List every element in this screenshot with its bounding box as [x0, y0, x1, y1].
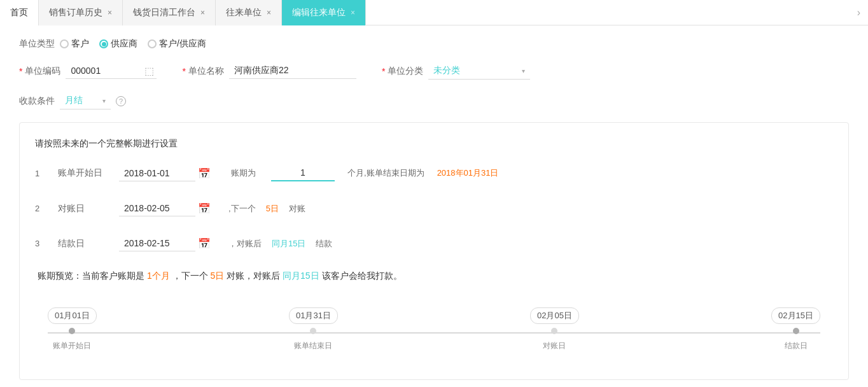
unit-code-field-wrapper: ⬚ [66, 63, 157, 79]
chevron-down-icon: ▾ [522, 67, 525, 74]
node-label-3: 结款日 [785, 341, 808, 351]
period-unit-text: 个月,账单结束日期为 [347, 167, 424, 179]
payment-date-group: 📅 [119, 236, 213, 251]
timeline-node-0: 01月01日 账单开始日 [48, 307, 97, 351]
tab-edit-counterparty[interactable]: 编辑往来单位 × [282, 0, 366, 25]
timeline-node-2: 02月05日 对账日 [530, 307, 579, 351]
unit-name-group: * 单位名称 [182, 63, 356, 79]
node-badge-1: 01月31日 [289, 307, 338, 324]
row-number-2: 2 [35, 204, 48, 213]
radio-both[interactable]: 客户/供应商 [148, 38, 206, 50]
unit-name-input[interactable] [229, 63, 356, 79]
chevron-down-icon-terms: ▾ [102, 97, 106, 104]
node-label-0: 账单开始日 [53, 341, 91, 351]
unit-category-value: 未分类 [433, 65, 517, 76]
payment-terms-value: 月结 [65, 95, 97, 106]
timeline: 01月01日 账单开始日 01月31日 账单结束日 02月05日 [35, 301, 833, 364]
period-end-date: 2018年01月31日 [437, 167, 499, 179]
required-star: * [19, 66, 22, 76]
radio-circle-supplier [99, 39, 108, 48]
period-value-input[interactable] [271, 165, 335, 181]
close-icon[interactable]: × [108, 8, 112, 17]
settings-card: 请按照未来的一个完整帐期进行设置 1 账单开始日 📅 账期为 个月,账单结束日期… [19, 122, 849, 380]
preview-highlight1: 1个月 [147, 271, 170, 281]
radio-circle-customer [60, 39, 69, 48]
close-icon[interactable]: × [351, 8, 355, 17]
node-dot-0 [69, 328, 75, 334]
unit-type-row: 单位类型 客户 供应商 客户/供应商 [19, 38, 849, 50]
preview-highlight3: 同月15日 [283, 271, 319, 281]
fields-row: * 单位编码 ⬚ * 单位名称 * 单位分类 未分类 ▾ [19, 62, 849, 80]
radio-circle-both [148, 39, 157, 48]
tab-counterparty[interactable]: 往来单位 × [216, 0, 282, 25]
payment-terms-label: 收款条件 [19, 95, 55, 107]
payment-suffix: 结款 [316, 238, 332, 250]
unit-category-label: 单位分类 [388, 66, 423, 77]
payment-terms-row: 收款条件 月结 ▾ ? [19, 92, 849, 109]
unit-code-input[interactable] [66, 63, 142, 78]
preview-text: 账期预览：当前客户账期是 1个月 ，下一个 5日 对账，对账后 同月15日 该客… [35, 271, 833, 282]
unit-name-label: 单位名称 [188, 66, 224, 77]
radio-customer[interactable]: 客户 [60, 38, 89, 50]
reconcile-label: 对账日 [58, 203, 109, 215]
reconcile-date-input[interactable] [119, 201, 195, 216]
radio-supplier[interactable]: 供应商 [99, 38, 137, 50]
node-badge-3: 02月15日 [771, 307, 820, 324]
setting-row-3: 3 结款日 📅 ，对账后 同月15日 结款 [35, 236, 833, 251]
payment-highlight: 同月15日 [272, 238, 305, 250]
account-start-date-group: 📅 [119, 165, 213, 181]
reconcile-highlight: 5日 [266, 203, 279, 215]
period-label: 账期为 [231, 167, 256, 179]
payment-date-label: 结款日 [58, 238, 109, 250]
setting-row-1: 1 账单开始日 📅 账期为 个月,账单结束日期为 2018年01月31日 [35, 165, 833, 181]
row-number-3: 3 [35, 239, 48, 248]
unit-type-label: 单位类型 [19, 38, 55, 50]
row-number-1: 1 [35, 169, 48, 178]
unit-category-group: * 单位分类 未分类 ▾ [382, 62, 530, 80]
tabs-more-button[interactable]: › [850, 7, 868, 18]
close-icon[interactable]: × [267, 8, 271, 17]
main-content: 单位类型 客户 供应商 客户/供应商 * 单位编码 ⬚ [0, 25, 868, 387]
unit-type-radio-group: 客户 供应商 客户/供应商 [60, 38, 206, 50]
timeline-node-3: 02月15日 结款日 [771, 307, 820, 351]
reconcile-desc: ,下一个 [228, 203, 256, 215]
payment-date-input[interactable] [119, 236, 195, 251]
setting-row-2: 2 对账日 📅 ,下一个 5日 对账 [35, 201, 833, 216]
tab-cash-work[interactable]: 钱货日清工作台 × [123, 0, 216, 25]
node-badge-0: 01月01日 [48, 307, 97, 324]
unit-code-label: 单位编码 [25, 66, 60, 77]
payment-desc-prefix: ，对账后 [228, 238, 262, 250]
reconcile-date-group: 📅 [119, 201, 213, 216]
payment-terms-select[interactable]: 月结 ▾ [60, 92, 111, 109]
node-label-2: 对账日 [543, 341, 566, 351]
account-start-label: 账单开始日 [58, 167, 109, 179]
help-icon[interactable]: ? [116, 96, 126, 106]
node-label-1: 账单结束日 [294, 341, 332, 351]
reconcile-suffix: 对账 [289, 203, 305, 215]
close-icon[interactable]: × [200, 8, 205, 17]
tabs-bar: 首页 销售订单历史 × 钱货日清工作台 × 往来单位 × 编辑往来单位 × › [0, 0, 868, 25]
node-dot-2 [551, 328, 557, 334]
calendar-icon-3[interactable]: 📅 [195, 236, 213, 251]
calendar-icon-1[interactable]: 📅 [195, 166, 213, 181]
node-dot-1 [310, 328, 316, 334]
timeline-nodes: 01月01日 账单开始日 01月31日 账单结束日 02月05日 [48, 307, 820, 351]
copy-icon[interactable]: ⬚ [142, 64, 157, 78]
timeline-node-1: 01月31日 账单结束日 [289, 307, 338, 351]
node-badge-2: 02月05日 [530, 307, 579, 324]
unit-category-select[interactable]: 未分类 ▾ [428, 62, 530, 80]
account-start-date-input[interactable] [119, 165, 195, 181]
required-star-cat: * [382, 66, 385, 76]
tab-home[interactable]: 首页 [0, 0, 39, 25]
tab-sales-history[interactable]: 销售订单历史 × [39, 0, 123, 25]
card-title: 请按照未来的一个完整帐期进行设置 [35, 138, 833, 150]
preview-highlight2: 5日 [210, 271, 224, 281]
unit-code-group: * 单位编码 ⬚ [19, 63, 157, 79]
calendar-icon-2[interactable]: 📅 [195, 201, 213, 216]
required-star-name: * [182, 66, 185, 76]
node-dot-3 [793, 328, 799, 334]
